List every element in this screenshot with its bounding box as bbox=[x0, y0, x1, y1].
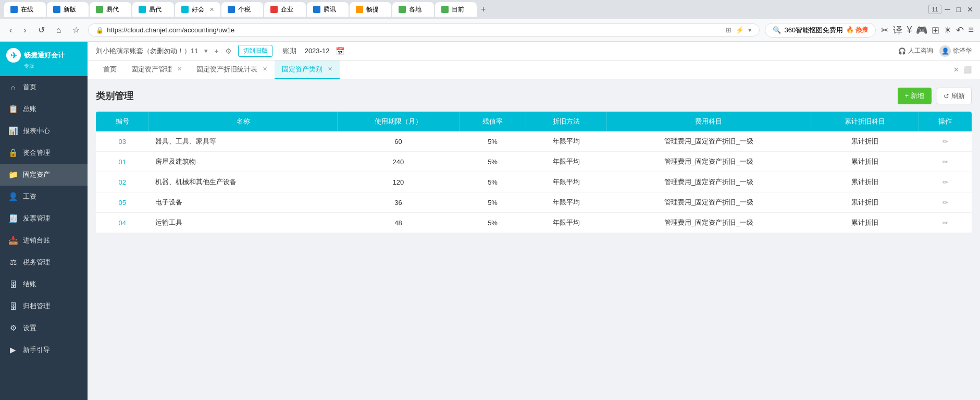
game-icon[interactable]: 🎮 bbox=[916, 25, 927, 36]
home-button[interactable]: ⌂ bbox=[53, 23, 65, 37]
row3-action[interactable]: ✏ bbox=[919, 172, 972, 192]
window-tab-count[interactable]: 11 bbox=[928, 5, 941, 14]
sidebar-item-archive[interactable]: 🗄 归档管理 bbox=[0, 295, 88, 317]
switch-version-button[interactable]: 切到旧版 bbox=[238, 45, 272, 57]
window-restore[interactable]: □ bbox=[954, 4, 963, 15]
archive-icon: 🗄 bbox=[8, 302, 18, 311]
page-tab-assets-mgmt-close[interactable]: ✕ bbox=[177, 66, 182, 72]
sidebar-label-settings: 设置 bbox=[23, 323, 36, 333]
row5-action[interactable]: ✏ bbox=[919, 213, 972, 233]
table-row: 04 运输工具 48 5% 年限平均 管理费用_固定资产折旧_一级 累计折旧 ✏ bbox=[96, 213, 972, 233]
reload-button[interactable]: ↺ bbox=[35, 23, 48, 37]
browser-right-tools: ✂ 译 ¥ 🎮 ⊞ ☀ ↶ ≡ bbox=[881, 24, 974, 37]
forward-button[interactable]: › bbox=[20, 23, 29, 37]
browser-tab-3[interactable]: 易代 bbox=[90, 2, 131, 17]
page-tab-home[interactable]: 首页 bbox=[96, 60, 124, 79]
th-method: 折旧方法 bbox=[526, 112, 607, 131]
sidebar-label-fixed-assets: 固定资产 bbox=[23, 170, 50, 179]
window-minimize[interactable]: ─ bbox=[942, 4, 953, 15]
sidebar-item-closing[interactable]: 🗄 结账 bbox=[0, 273, 88, 295]
browser-tab-2[interactable]: 新版 bbox=[47, 2, 89, 17]
table-body: 03 器具、工具、家具等 60 5% 年限平均 管理费用_固定资产折旧_一级 累… bbox=[96, 131, 972, 233]
row4-action[interactable]: ✏ bbox=[919, 192, 972, 213]
edit-icon-1[interactable]: ✏ bbox=[942, 138, 948, 146]
edit-icon-4[interactable]: ✏ bbox=[942, 199, 948, 207]
table-row: 05 电子设备 36 5% 年限平均 管理费用_固定资产折旧_一级 累计折旧 ✏ bbox=[96, 192, 972, 213]
browser-tab-8[interactable]: 腾讯 bbox=[307, 2, 349, 17]
sidebar-label-tutorial: 新手引导 bbox=[23, 345, 50, 355]
site-info-icon[interactable]: ⊞ bbox=[726, 26, 731, 34]
tab-expand-icon[interactable]: ⬜ bbox=[963, 66, 972, 74]
add-account-icon[interactable]: + bbox=[214, 47, 218, 55]
row4-rate: 5% bbox=[459, 192, 526, 213]
translate-icon[interactable]: 译 bbox=[893, 24, 902, 37]
browser-tab-10[interactable]: 各地 bbox=[392, 2, 434, 17]
sidebar-item-reports[interactable]: 📊 报表中心 bbox=[0, 120, 88, 142]
tab-close-all-icon[interactable]: ✕ bbox=[953, 66, 959, 74]
settings-icon: ⚙ bbox=[8, 323, 18, 333]
row2-action[interactable]: ✏ bbox=[919, 152, 972, 172]
page-body: 类别管理 + 新增 ↺ 刷新 编号 名称 使用期限（月） 残值率 bbox=[88, 79, 980, 400]
address-dropdown-icon[interactable]: ▾ bbox=[748, 26, 752, 34]
sidebar-item-ledger[interactable]: 📋 总账 bbox=[0, 98, 88, 120]
sun-icon[interactable]: ☀ bbox=[944, 25, 952, 36]
tab-label: 各地 bbox=[409, 5, 421, 14]
page-tab-category[interactable]: 固定资产类别 ✕ bbox=[275, 60, 340, 79]
menu-icon[interactable]: ≡ bbox=[968, 25, 974, 35]
th-accum: 累计折旧科目 bbox=[811, 112, 919, 131]
row1-action[interactable]: ✏ bbox=[919, 131, 972, 152]
browser-tab-4[interactable]: 易代 bbox=[132, 2, 174, 17]
sidebar-item-invoice[interactable]: 🧾 发票管理 bbox=[0, 208, 88, 229]
row4-period: 36 bbox=[338, 192, 459, 213]
page-tab-category-close[interactable]: ✕ bbox=[328, 66, 332, 72]
page-tab-depreciation-close[interactable]: ✕ bbox=[263, 66, 267, 72]
refresh-button[interactable]: ↺ 刷新 bbox=[937, 88, 972, 104]
th-name: 名称 bbox=[149, 112, 338, 131]
grid-icon[interactable]: ⊞ bbox=[932, 25, 939, 36]
edit-icon-5[interactable]: ✏ bbox=[942, 219, 948, 227]
tab-favicon bbox=[399, 6, 406, 13]
page-tab-assets-mgmt[interactable]: 固定资产管理 ✕ bbox=[124, 60, 189, 79]
sidebar-item-settings[interactable]: ⚙ 设置 bbox=[0, 317, 88, 339]
search-box[interactable]: 🔍 360智能抠图免费用 🔥 热搜 bbox=[765, 23, 876, 38]
user-avatar-area[interactable]: 👤 徐泽华 bbox=[939, 45, 972, 57]
tab-close-icon[interactable]: ✕ bbox=[209, 6, 214, 13]
sidebar-item-fixed-assets[interactable]: 📁 固定资产 bbox=[0, 164, 88, 186]
calendar-icon[interactable]: 📅 bbox=[336, 47, 344, 55]
tab-label: 新版 bbox=[64, 5, 76, 14]
page-tab-depreciation[interactable]: 固定资产折旧统计表 ✕ bbox=[189, 60, 275, 79]
edit-icon-2[interactable]: ✏ bbox=[942, 158, 948, 166]
back-button[interactable]: ‹ bbox=[6, 23, 15, 37]
new-tab-button[interactable]: + bbox=[478, 5, 489, 14]
address-input-box[interactable]: 🔒 https://cloud.chanjet.com/accounting/u… bbox=[88, 23, 760, 37]
browser-tab-11[interactable]: 目前 bbox=[435, 2, 477, 17]
row2-period: 240 bbox=[338, 152, 459, 172]
row2-rate: 5% bbox=[459, 152, 526, 172]
dropdown-icon[interactable]: ▾ bbox=[204, 47, 208, 55]
row3-period: 120 bbox=[338, 172, 459, 192]
browser-tab-9[interactable]: 畅提 bbox=[350, 2, 391, 17]
browser-tab-1[interactable]: 在线 bbox=[4, 2, 46, 17]
window-close[interactable]: ✕ bbox=[964, 4, 976, 15]
sidebar-item-home[interactable]: ⌂ 首页 bbox=[0, 76, 88, 98]
bookmark-button[interactable]: ☆ bbox=[69, 23, 83, 37]
sidebar-item-payroll[interactable]: 👤 工资 bbox=[0, 186, 88, 208]
scissors-icon[interactable]: ✂ bbox=[881, 25, 889, 36]
lightning-icon[interactable]: ⚡ bbox=[736, 26, 744, 34]
edit-icon-3[interactable]: ✏ bbox=[942, 178, 948, 186]
sidebar-item-funds[interactable]: 🔒 资金管理 bbox=[0, 142, 88, 164]
sidebar-label-reports: 报表中心 bbox=[23, 126, 50, 136]
sidebar-item-tutorial[interactable]: ▶ 新手引导 bbox=[0, 339, 88, 361]
browser-tab-7[interactable]: 企业 bbox=[264, 2, 306, 17]
service-button[interactable]: 🎧 人工咨询 bbox=[898, 46, 933, 55]
sidebar-item-inventory[interactable]: 📥 进销台账 bbox=[0, 229, 88, 251]
browser-tab-5[interactable]: 好会 ✕ bbox=[175, 2, 220, 17]
table-header: 编号 名称 使用期限（月） 残值率 折旧方法 费用科目 累计折旧科目 操作 bbox=[96, 112, 972, 131]
app-icon: ✈ bbox=[10, 51, 17, 60]
undo-icon[interactable]: ↶ bbox=[956, 25, 964, 36]
browser-tab-6[interactable]: 个税 bbox=[221, 2, 263, 17]
settings-gear-icon[interactable]: ⚙ bbox=[225, 47, 232, 55]
add-button[interactable]: + 新增 bbox=[898, 88, 932, 104]
sidebar-item-tax[interactable]: ⚖ 税务管理 bbox=[0, 251, 88, 273]
wallet-icon[interactable]: ¥ bbox=[907, 25, 912, 35]
